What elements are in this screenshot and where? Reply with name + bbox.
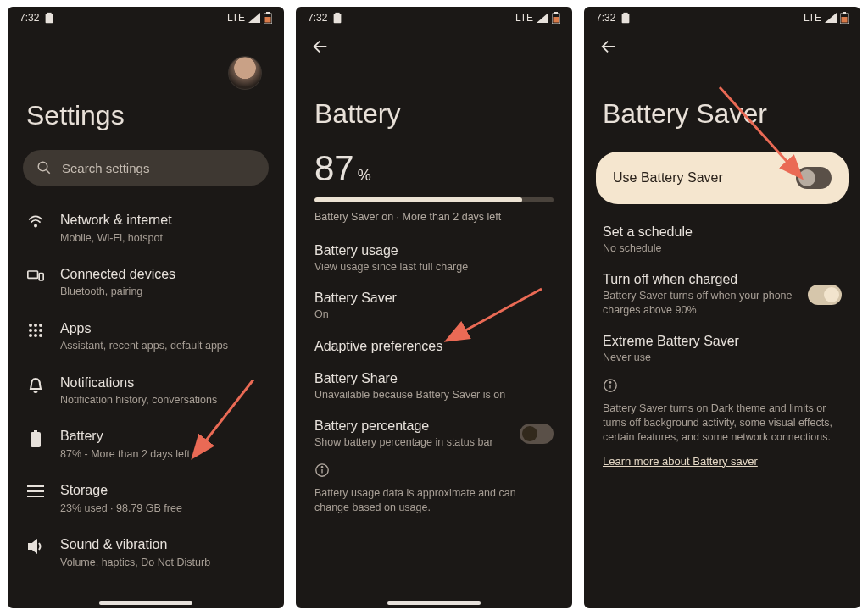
svg-rect-0 xyxy=(47,13,52,14)
item-sub: Volume, haptics, Do Not Disturb xyxy=(60,556,265,569)
sidebar-item-notifications[interactable]: NotificationsNotification history, conve… xyxy=(8,363,284,418)
back-button[interactable] xyxy=(296,25,572,64)
item-sub: View usage since last full charge xyxy=(314,260,554,274)
svg-point-17 xyxy=(34,334,37,337)
status-net: LTE xyxy=(227,12,245,24)
item-label: Set a schedule xyxy=(603,224,842,240)
use-battery-saver-card[interactable]: Use Battery Saver xyxy=(596,152,849,204)
item-label: Battery Share xyxy=(314,371,554,386)
item-label: Apps xyxy=(60,319,265,338)
search-input[interactable]: Search settings xyxy=(23,150,269,186)
arrow-left-icon xyxy=(311,37,330,56)
svg-point-5 xyxy=(38,162,47,171)
status-bar: 7:32 LTE xyxy=(296,7,572,25)
item-label: Battery percentage xyxy=(314,418,511,434)
bell-icon xyxy=(28,377,43,394)
item-adaptive[interactable]: Adaptive preferences xyxy=(296,330,572,363)
sound-icon xyxy=(27,539,44,554)
battery-chip-icon xyxy=(44,12,54,24)
sidebar-item-network[interactable]: Network & internetMobile, Wi-Fi, hotspot xyxy=(8,201,284,255)
item-label: Turn off when charged xyxy=(603,272,799,287)
sidebar-item-battery[interactable]: Battery87% - More than 2 days left xyxy=(8,417,284,471)
svg-rect-27 xyxy=(334,14,342,24)
arrow-left-icon xyxy=(599,37,618,56)
svg-rect-8 xyxy=(28,271,38,278)
page-title: Battery Saver xyxy=(584,64,860,152)
learn-more-link[interactable]: Learn more about Battery saver xyxy=(584,453,776,476)
svg-point-16 xyxy=(29,334,32,337)
toggle-turn-off-charged[interactable] xyxy=(808,285,842,305)
svg-point-7 xyxy=(35,224,36,226)
svg-rect-4 xyxy=(265,17,271,23)
toggle-battery-percentage[interactable] xyxy=(520,424,554,444)
sidebar-item-connected[interactable]: Connected devicesBluetooth, pairing xyxy=(8,255,284,309)
status-time: 7:32 xyxy=(596,12,615,24)
item-sub: Never use xyxy=(603,351,842,364)
item-label: Notifications xyxy=(60,374,265,392)
item-label: Battery Saver xyxy=(314,291,554,306)
svg-rect-37 xyxy=(624,13,628,14)
phone-battery: 7:32 LTE Battery 87 % Battery Saver on ·… xyxy=(296,7,572,608)
search-placeholder: Search settings xyxy=(62,161,149,175)
sidebar-item-storage[interactable]: Storage23% used · 98.79 GB free xyxy=(8,471,284,525)
gesture-bar[interactable] xyxy=(99,601,192,605)
item-battery-share[interactable]: Battery Share Unavailable because Batter… xyxy=(296,363,572,410)
info-icon xyxy=(296,457,572,483)
item-extreme-saver[interactable]: Extreme Battery Saver Never use xyxy=(584,325,860,373)
signal-icon xyxy=(248,13,260,23)
item-battery-percentage[interactable]: Battery percentage Show battery percenta… xyxy=(296,410,572,457)
svg-point-11 xyxy=(34,324,37,327)
item-sub: 23% used · 98.79 GB free xyxy=(60,501,265,515)
item-label: Adaptive preferences xyxy=(314,339,554,354)
svg-point-10 xyxy=(29,324,32,327)
gesture-bar[interactable] xyxy=(387,601,481,605)
info-icon xyxy=(584,373,860,398)
svg-point-34 xyxy=(321,467,322,468)
svg-point-45 xyxy=(609,382,610,383)
svg-rect-20 xyxy=(31,432,41,447)
profile-avatar[interactable] xyxy=(228,56,262,90)
sidebar-item-apps[interactable]: AppsAssistant, recent apps, default apps xyxy=(8,309,284,363)
svg-rect-26 xyxy=(336,13,340,14)
page-title: Battery xyxy=(296,64,572,148)
back-button[interactable] xyxy=(584,25,860,64)
item-battery-saver[interactable]: Battery Saver On xyxy=(296,282,572,330)
svg-point-14 xyxy=(34,329,37,332)
devices-icon xyxy=(27,269,44,282)
sidebar-item-sound[interactable]: Sound & vibrationVolume, haptics, Do Not… xyxy=(8,525,284,579)
item-label: Battery usage xyxy=(314,243,554,258)
item-sub: Mobile, Wi-Fi, hotspot xyxy=(60,231,265,245)
item-label: Extreme Battery Saver xyxy=(603,334,842,349)
item-sub: On xyxy=(314,308,554,321)
item-label: Storage xyxy=(60,481,265,500)
percent-sign: % xyxy=(358,167,371,185)
svg-point-15 xyxy=(39,329,42,332)
battery-progress xyxy=(314,197,554,202)
item-sub: No schedule xyxy=(603,241,842,255)
status-bar: 7:32 LTE xyxy=(584,7,860,25)
phone-battery-saver: 7:32 LTE Battery Saver Use Battery Saver… xyxy=(584,7,860,608)
svg-rect-9 xyxy=(39,273,43,280)
item-battery-usage[interactable]: Battery usage View usage since last full… xyxy=(296,235,572,282)
phone-settings: 7:32 LTE Settings Search settings Networ… xyxy=(8,7,284,608)
svg-point-12 xyxy=(39,324,42,327)
item-turn-off-charged[interactable]: Turn off when charged Battery Saver turn… xyxy=(584,263,860,325)
status-net: LTE xyxy=(804,12,821,24)
storage-icon xyxy=(27,485,44,498)
item-set-schedule[interactable]: Set a schedule No schedule xyxy=(584,216,860,263)
item-sub: Bluetooth, pairing xyxy=(60,285,265,298)
battery-status-icon xyxy=(264,12,272,24)
item-sub: Notification history, conversations xyxy=(60,393,265,407)
battery-chip-icon xyxy=(620,12,631,24)
item-sub: Show battery percentage in status bar xyxy=(314,435,511,449)
toggle-use-battery-saver[interactable] xyxy=(796,167,832,189)
svg-point-13 xyxy=(29,329,32,332)
status-time: 7:32 xyxy=(19,12,39,24)
item-label: Battery xyxy=(60,427,265,446)
status-net: LTE xyxy=(515,12,533,24)
svg-rect-1 xyxy=(46,14,53,24)
status-time: 7:32 xyxy=(308,12,327,24)
footer-note: Battery usage data is approximate and ca… xyxy=(296,483,572,524)
signal-icon xyxy=(825,13,837,23)
svg-rect-41 xyxy=(842,17,848,23)
